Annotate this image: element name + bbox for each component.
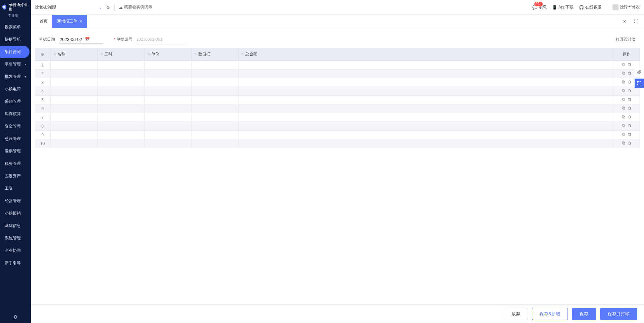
user-menu[interactable]: 徐泽华修改 xyxy=(612,4,640,10)
cell[interactable] xyxy=(50,104,97,113)
sidebar-item-11[interactable]: 税务管理 xyxy=(0,157,31,170)
table-row[interactable]: 9 xyxy=(35,131,640,139)
cell[interactable] xyxy=(238,78,613,87)
table-row[interactable]: 1 xyxy=(35,61,640,70)
copy-row-icon[interactable] xyxy=(622,80,626,85)
cell[interactable] xyxy=(50,131,97,139)
cell[interactable] xyxy=(144,122,191,131)
cell[interactable] xyxy=(144,131,191,139)
sidebar-item-3[interactable]: 零售管理▾ xyxy=(0,58,31,71)
doc-number-input[interactable] xyxy=(136,35,187,44)
sidebar-item-8[interactable]: 资金管理 xyxy=(0,120,31,133)
sidebar-item-16[interactable]: 基础信息 xyxy=(0,220,31,232)
copy-row-icon[interactable] xyxy=(622,106,626,111)
cell[interactable] xyxy=(191,96,238,104)
app-download-button[interactable]: 📱 App下载 xyxy=(552,4,574,10)
table-row[interactable]: 5 xyxy=(35,96,640,104)
cell[interactable] xyxy=(238,87,613,96)
cell[interactable] xyxy=(97,122,144,131)
copy-row-icon[interactable] xyxy=(622,63,626,67)
col-name[interactable]: ⇅名称 xyxy=(50,48,97,61)
copy-row-icon[interactable] xyxy=(622,98,626,102)
table-row[interactable]: 3 xyxy=(35,78,640,87)
save-and-new-button[interactable]: 保存&新增 xyxy=(532,308,568,320)
cell[interactable] xyxy=(97,78,144,87)
cell[interactable] xyxy=(144,87,191,96)
col-price[interactable]: ⇅单价 xyxy=(144,48,191,61)
copy-row-icon[interactable] xyxy=(622,124,626,129)
sidebar-settings-icon[interactable]: ⚙ xyxy=(13,314,18,320)
support-button[interactable]: 🎧 在线客服 xyxy=(579,4,601,10)
sidebar-item-13[interactable]: 工资 xyxy=(0,182,31,195)
cell[interactable] xyxy=(50,96,97,104)
calendar-icon[interactable]: 📅 xyxy=(85,37,90,42)
cell[interactable] xyxy=(144,61,191,70)
col-hours[interactable]: ⇅工时 xyxy=(97,48,144,61)
cell[interactable] xyxy=(50,70,97,78)
cell[interactable] xyxy=(97,96,144,104)
delete-row-icon[interactable] xyxy=(628,106,632,111)
sidebar-item-15[interactable]: 小畅报销 xyxy=(0,207,31,220)
cell[interactable] xyxy=(191,104,238,113)
cell[interactable] xyxy=(191,87,238,96)
cell[interactable] xyxy=(50,139,97,148)
copy-row-icon[interactable] xyxy=(622,72,626,76)
cell[interactable] xyxy=(50,122,97,131)
cell[interactable] xyxy=(238,104,613,113)
table-row[interactable]: 2 xyxy=(35,70,640,78)
sidebar-item-9[interactable]: 总账管理 xyxy=(0,133,31,145)
col-num[interactable]: ⇅数值框 xyxy=(191,48,238,61)
cell[interactable] xyxy=(97,61,144,70)
open-design-link[interactable]: 打开设计页 xyxy=(616,37,636,42)
attachment-button[interactable] xyxy=(635,67,644,77)
date-input[interactable]: 2023-06-02 📅 xyxy=(60,36,103,44)
cell[interactable] xyxy=(144,96,191,104)
cell[interactable] xyxy=(144,70,191,78)
close-all-tabs-button[interactable]: ✕ xyxy=(621,17,629,26)
cell[interactable] xyxy=(191,131,238,139)
tenant-selector[interactable]: 徐老板勿删! ⌄ xyxy=(35,4,102,10)
sidebar-item-10[interactable]: 发票管理 xyxy=(0,145,31,157)
cell[interactable] xyxy=(238,61,613,70)
messages-button[interactable]: 99+ 💬 消息 xyxy=(532,4,547,10)
cell[interactable] xyxy=(238,70,613,78)
cell[interactable] xyxy=(238,122,613,131)
save-button[interactable]: 保存 xyxy=(572,308,596,320)
cell[interactable] xyxy=(144,139,191,148)
cell[interactable] xyxy=(191,122,238,131)
tab-home[interactable]: 首页 xyxy=(35,15,52,28)
cell[interactable] xyxy=(238,96,613,104)
tab-new-worksheet[interactable]: 新增报工单 ✕ xyxy=(52,15,87,28)
expand-button[interactable] xyxy=(635,79,644,88)
delete-row-icon[interactable] xyxy=(628,133,632,137)
sidebar-item-0[interactable]: 搜索菜单 xyxy=(0,21,31,33)
fullscreen-button[interactable]: ⛶ xyxy=(632,17,640,26)
cell[interactable] xyxy=(191,78,238,87)
table-row[interactable]: 4 xyxy=(35,87,640,96)
discard-button[interactable]: 放弃 xyxy=(504,308,528,320)
table-row[interactable]: 6 xyxy=(35,104,640,113)
cell[interactable] xyxy=(97,113,144,122)
cell[interactable] xyxy=(97,104,144,113)
delete-row-icon[interactable] xyxy=(628,72,632,76)
save-and-print-button[interactable]: 保存并打印 xyxy=(600,308,637,320)
sidebar-item-5[interactable]: 小畅电商 xyxy=(0,83,31,95)
cell[interactable] xyxy=(50,78,97,87)
delete-row-icon[interactable] xyxy=(628,89,632,94)
sidebar-item-19[interactable]: 新手引导 xyxy=(0,257,31,269)
delete-row-icon[interactable] xyxy=(628,80,632,85)
close-icon[interactable]: ✕ xyxy=(79,19,83,24)
cell[interactable] xyxy=(191,70,238,78)
cell[interactable] xyxy=(144,104,191,113)
cell[interactable] xyxy=(50,87,97,96)
delete-row-icon[interactable] xyxy=(628,124,632,129)
cell[interactable] xyxy=(191,113,238,122)
cell[interactable] xyxy=(97,131,144,139)
cell[interactable] xyxy=(50,113,97,122)
tenant-settings-icon[interactable]: ⚙ xyxy=(106,5,110,10)
delete-row-icon[interactable] xyxy=(628,141,632,146)
cell[interactable] xyxy=(97,87,144,96)
col-total[interactable]: ⇅总金额 xyxy=(238,48,613,61)
table-settings-icon[interactable]: ⚙ xyxy=(41,52,44,57)
copy-row-icon[interactable] xyxy=(622,115,626,120)
